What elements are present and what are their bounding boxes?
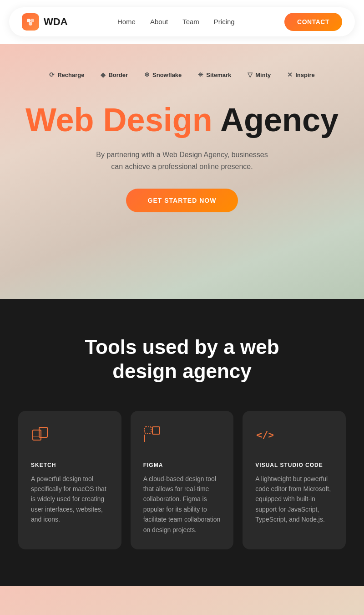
brand-snowflake: ❄ Snowflake (144, 71, 182, 78)
nav-link-home[interactable]: Home (117, 18, 136, 26)
main-task-section: CHANGEBY DESIGN TIM BROWN THE MAIN TASK … (0, 586, 364, 615)
vscode-name: VISUAL STUDIO CODE (255, 462, 333, 468)
svg-point-1 (30, 19, 34, 22)
svg-rect-6 (145, 427, 151, 433)
figma-name: FIGMA (143, 462, 221, 468)
hero-title-normal: Agency (220, 102, 339, 138)
get-started-button[interactable]: GET STARTED NOW (126, 189, 238, 212)
brand-sitemark: ✳ Sitemark (198, 71, 231, 78)
sketch-desc: A powerful design tool specifically for … (31, 474, 109, 525)
navbar: WDA Home About Team Pricing CONTACT (9, 7, 355, 36)
hero-title: Web Design Agency (25, 102, 339, 138)
brand-minty: ▽ Minty (248, 71, 271, 78)
brand-logos: ⟳ Recharge ◆ Border ❄ Snowflake ✳ Sitema… (49, 71, 315, 78)
minty-icon: ▽ (248, 71, 253, 78)
tool-card-figma: FIGMA A cloud-based design tool that all… (131, 411, 234, 549)
brand-inspire: ✕ Inspire (287, 71, 315, 78)
svg-rect-5 (33, 430, 39, 436)
hero-section: ⟳ Recharge ◆ Border ❄ Snowflake ✳ Sitema… (0, 44, 364, 299)
logo-area: WDA (22, 13, 68, 31)
logo-icon (22, 13, 39, 31)
nav-link-team[interactable]: Team (182, 18, 199, 26)
brand-recharge: ⟳ Recharge (49, 71, 84, 78)
figma-desc: A cloud-based design tool that allows fo… (143, 474, 221, 535)
tools-grid: SKETCH A powerful design tool specifical… (18, 411, 346, 549)
snowflake-icon: ❄ (144, 71, 150, 78)
inspire-icon: ✕ (287, 71, 293, 78)
tools-title: Tools used by a web design agency (68, 335, 296, 384)
sketch-name: SKETCH (31, 462, 109, 468)
svg-point-2 (29, 22, 32, 26)
border-icon: ◆ (101, 71, 106, 78)
logo-text: WDA (44, 16, 68, 28)
vscode-desc: A lightweight but powerful code editor f… (255, 474, 333, 525)
recharge-icon: ⟳ (49, 71, 55, 78)
contact-button[interactable]: CONTACT (284, 13, 342, 31)
tool-card-sketch: SKETCH A powerful design tool specifical… (18, 411, 121, 549)
svg-text:</>: </> (256, 429, 273, 441)
svg-rect-3 (33, 430, 41, 440)
nav-links: Home About Team Pricing (117, 18, 235, 26)
nav-link-about[interactable]: About (150, 18, 168, 26)
svg-point-0 (27, 19, 30, 22)
sitemark-icon: ✳ (198, 71, 203, 78)
svg-rect-4 (39, 427, 47, 437)
brand-border: ◆ Border (101, 71, 128, 78)
nav-link-pricing[interactable]: Pricing (214, 18, 235, 26)
tools-section: Tools used by a web design agency SKETCH… (0, 299, 364, 586)
hero-title-highlight: Web Design (25, 102, 212, 138)
hero-subtitle: By partnering with a Web Design Agency, … (91, 149, 273, 172)
svg-rect-7 (152, 427, 160, 434)
tool-card-vscode: </> VISUAL STUDIO CODE A lightweight but… (243, 411, 346, 549)
figma-icon (143, 425, 221, 444)
vscode-icon: </> (255, 425, 333, 444)
sketch-icon (31, 425, 109, 444)
